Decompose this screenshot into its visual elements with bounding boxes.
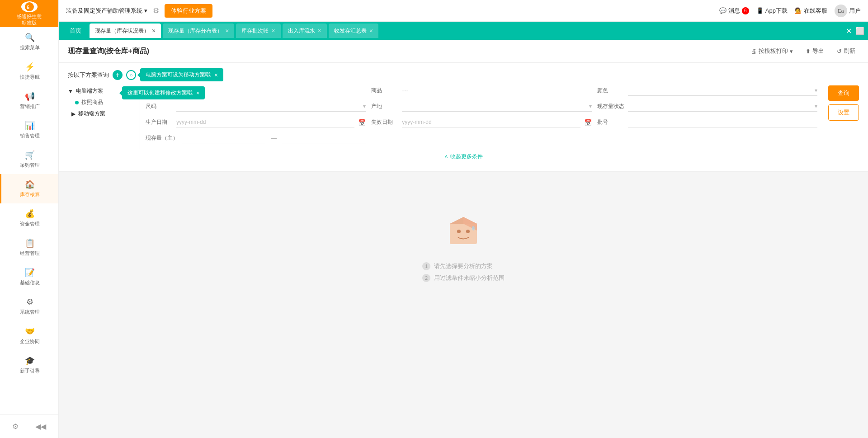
sales-icon: 📊 — [25, 121, 35, 131]
field-stock-qty: 现存量（主） — — [146, 133, 366, 143]
field-stock-qty-label: 现存量（主） — [146, 134, 178, 142]
print-btn[interactable]: 🖨 按模板打印 ▾ — [747, 45, 797, 57]
field-stock-status-select[interactable]: ▾ — [628, 101, 817, 112]
sidebar-item-basic[interactable]: 📝 基础信息 — [0, 262, 58, 292]
sidebar-item-sales[interactable]: 📊 销售管理 — [0, 115, 58, 145]
scheme-tooltip-1: 电脑方案可设为移动方案哦 × — [140, 68, 223, 81]
sidebar-settings-btn[interactable]: ⚙ — [10, 420, 20, 433]
tooltip2-close[interactable]: × — [196, 90, 199, 96]
field-prod-date-start[interactable] — [176, 117, 354, 127]
sidebar-item-search[interactable]: 🔍 搜索菜单 — [0, 27, 58, 57]
message-icon: 💬 — [719, 7, 726, 14]
page-title: 现存量查询(按仓库+商品) — [68, 47, 149, 56]
sidebar-item-system[interactable]: ⚙ 系统管理 — [0, 292, 58, 321]
empty-step-1-text: 请先选择要分析的方案 — [434, 262, 493, 270]
sidebar-collapse-btn[interactable]: ◀◀ — [33, 420, 48, 433]
trial-button[interactable]: 体验行业方案 — [165, 4, 212, 18]
field-origin-select[interactable]: ▾ — [402, 101, 591, 112]
field-stock-status: 现存量状态 ▾ — [597, 101, 817, 112]
tab-summary-close[interactable]: × — [369, 27, 373, 34]
field-batch-input[interactable] — [628, 117, 817, 127]
tab-inventory-dist[interactable]: 现存量（库存分布表） × — [163, 24, 234, 38]
tab-inventory-status[interactable]: 现存量（库存状况表） × — [90, 24, 161, 38]
header-right: 💬 消息 6 📱 App下载 💁 在线客服 Ea 用户 — [719, 5, 861, 17]
sidebar-item-guide[interactable]: 🎓 新手引导 — [0, 350, 58, 380]
online-service-label: 在线客服 — [804, 7, 827, 15]
tab-inout-close[interactable]: × — [318, 27, 321, 34]
tab-home[interactable]: 首页 — [62, 22, 89, 40]
refresh-label: 刷新 — [844, 47, 855, 55]
tab-maximize-icon[interactable]: ⬜ — [855, 27, 864, 35]
field-size-arrow: ▾ — [363, 103, 366, 109]
svg-point-6 — [466, 230, 470, 233]
sidebar-item-inventory[interactable]: 🏠 库存核算 — [0, 174, 58, 203]
field-size-select[interactable]: ▾ — [176, 101, 366, 112]
query-button[interactable]: 查询 — [828, 85, 859, 101]
sidebar-item-search-label: 搜索菜单 — [20, 44, 40, 51]
header-settings-icon[interactable]: ⚙ — [153, 6, 159, 15]
filter-row-3: 生产日期 📅 失效日期 📅 批号 — [146, 117, 817, 127]
sidebar-item-marketing[interactable]: 📢 营销推广 — [0, 86, 58, 115]
field-batch-label: 批号 — [597, 118, 624, 126]
page-header: 现存量查询(按仓库+商品) 🖨 按模板打印 ▾ ⬆ 导出 ↺ 刷新 — [59, 40, 868, 63]
sidebar-item-quicknav-label: 快捷导航 — [20, 74, 40, 80]
set-button[interactable]: 设置 — [828, 104, 859, 121]
sidebar-item-finance[interactable]: 💰 资金管理 — [0, 203, 58, 233]
tab-batch-close[interactable]: × — [271, 27, 275, 34]
basic-icon: 📝 — [25, 268, 35, 278]
filter-add-btn[interactable]: + — [113, 70, 123, 80]
quicknav-icon: ⚡ — [25, 62, 35, 72]
field-goods-dots[interactable]: ··· — [402, 87, 408, 95]
tooltip2-text: 这里可以创建和修改方案哦 — [127, 89, 193, 97]
sidebar-item-enterprise[interactable]: 🤝 企业协同 — [0, 321, 58, 350]
header-left: 装备及固定资产辅助管理系统 ▾ ⚙ 体验行业方案 — [66, 4, 212, 18]
main-area: 装备及固定资产辅助管理系统 ▾ ⚙ 体验行业方案 💬 消息 6 📱 App下载 … — [59, 0, 868, 438]
tab-batch-account[interactable]: 库存批次账 × — [236, 24, 280, 38]
sidebar-item-purchase[interactable]: 🛒 采购管理 — [0, 145, 58, 174]
purchase-icon: 🛒 — [25, 150, 35, 160]
refresh-btn[interactable]: ↺ 刷新 — [833, 45, 859, 57]
field-expire-date-start[interactable] — [402, 117, 580, 127]
user-item[interactable]: Ea 用户 — [835, 5, 861, 17]
tab-inout-flow-label: 出入库流水 — [288, 27, 315, 35]
tab-inventory-status-close[interactable]: × — [152, 27, 156, 34]
tab-inventory-dist-close[interactable]: × — [225, 27, 229, 34]
collapse-bar[interactable]: ∧ 收起更多条件 — [68, 149, 859, 164]
filter-fields-area: 仓库 ··· 商品 ··· 颜色 ▾ — [146, 85, 859, 149]
field-stock-qty-end[interactable] — [282, 133, 366, 143]
filter-area: 按以下方案查询 + ○ « 电脑方案可设为移动方案哦 × 这里可以创建和修改方案… — [59, 63, 868, 172]
field-stock-status-arrow: ▾ — [815, 103, 817, 109]
scheme-item-mobile-arrow: ▶ — [71, 111, 75, 117]
print-dropdown-icon: ▾ — [790, 48, 793, 55]
calendar-icon-2[interactable]: 📅 — [584, 119, 592, 126]
step-num-2: 2 — [422, 274, 430, 282]
sidebar-nav: 🔍 搜索菜单 ⚡ 快捷导航 📢 营销推广 📊 销售管理 🛒 采购管理 🏠 库存核… — [0, 27, 58, 414]
dot-active — [75, 99, 79, 106]
tooltip1-close[interactable]: × — [214, 71, 218, 79]
message-item[interactable]: 💬 消息 6 — [719, 7, 749, 15]
system-title-dropdown[interactable]: 装备及固定资产辅助管理系统 ▾ — [66, 7, 147, 15]
service-icon: 💁 — [795, 7, 802, 14]
svg-point-5 — [457, 230, 461, 233]
tab-close-all-icon[interactable]: ✕ — [846, 27, 852, 35]
tab-summary[interactable]: 收发存汇总表 × — [329, 24, 378, 38]
sidebar-item-operations[interactable]: 📋 经营管理 — [0, 233, 58, 262]
empty-state: 1 请先选择要分析的方案 2 用过滤条件来缩小分析范围 — [59, 172, 868, 322]
app-download-item[interactable]: 📱 App下载 — [756, 7, 788, 15]
export-label: 导出 — [812, 47, 824, 55]
calendar-icon-1[interactable]: 📅 — [358, 119, 366, 126]
logo-text: 畅通好生意 标准版 — [17, 13, 42, 26]
export-btn[interactable]: ⬆ 导出 — [802, 45, 828, 57]
field-stock-qty-start[interactable] — [182, 133, 265, 143]
tab-inout-flow[interactable]: 出入库流水 × — [283, 24, 327, 38]
filter-label: 按以下方案查询 — [68, 71, 109, 79]
online-service-item[interactable]: 💁 在线客服 — [795, 7, 827, 15]
guide-icon: 🎓 — [25, 356, 35, 366]
filter-circle-btn[interactable]: ○ — [126, 70, 136, 80]
scheme-item-mobile[interactable]: ▶ 移动端方案 — [68, 108, 134, 119]
field-color-select[interactable]: ▾ — [628, 85, 817, 96]
field-size: 尺码 ▾ — [146, 101, 366, 112]
export-icon: ⬆ — [806, 48, 811, 55]
sidebar-item-quicknav[interactable]: ⚡ 快捷导航 — [0, 57, 58, 86]
enterprise-icon: 🤝 — [25, 326, 35, 336]
